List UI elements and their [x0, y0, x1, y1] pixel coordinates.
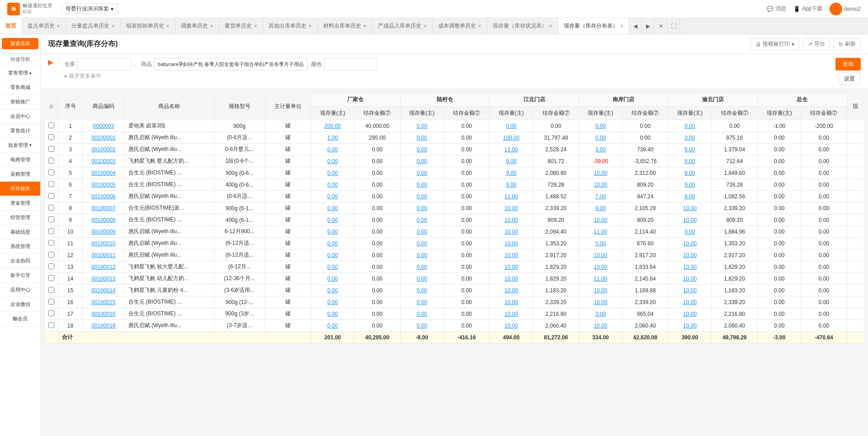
row-checkbox[interactable] — [45, 191, 58, 202]
tab-material-outbound[interactable]: 材料出库单历史 ✕ — [318, 18, 373, 34]
row-checkbox[interactable] — [45, 249, 58, 261]
tab-transfer-close[interactable]: ✕ — [210, 23, 213, 28]
sidebar-item-stock[interactable]: 库存核算 — [0, 182, 40, 196]
code-link[interactable]: 00100015 — [91, 299, 115, 305]
expand-more-conditions-btn[interactable]: ▾ 展开更多条件 — [64, 72, 828, 80]
sidebar-item-onboarding[interactable]: 新手引导 — [0, 268, 40, 283]
code-link[interactable]: 00100010 — [91, 240, 115, 247]
query-btn[interactable]: 查询 — [835, 58, 861, 70]
tab-home[interactable]: 首页 — [0, 18, 22, 34]
tab-partial-check-close[interactable]: ✕ — [111, 23, 115, 28]
tab-product-inbound[interactable]: 产成品入库单历史 ✕ — [373, 18, 433, 34]
code-link[interactable]: 00100008 — [91, 217, 115, 223]
row-checkbox[interactable] — [45, 238, 58, 249]
code-link[interactable]: 00100014 — [91, 287, 115, 294]
row-checkbox[interactable] — [45, 155, 58, 167]
app-download-btn[interactable]: 📱 App下载 — [793, 5, 822, 13]
setting-btn[interactable]: 设置 — [838, 72, 861, 85]
sidebar-item-member-center[interactable]: 会员中心 — [0, 109, 40, 124]
row-checkbox[interactable] — [45, 285, 58, 296]
code-link[interactable]: 00100002 — [91, 146, 115, 153]
sidebar-item-marketing[interactable]: 营销推广 — [0, 95, 40, 109]
brand-logo: 畅 畅捷通好生意 标题 — [7, 3, 52, 15]
color-input[interactable] — [324, 58, 378, 70]
row-checkbox[interactable] — [45, 226, 58, 238]
tab-assembly-close[interactable]: ✕ — [166, 23, 170, 28]
sidebar-item-member-plus[interactable]: 畅会员 — [0, 312, 40, 326]
row-checkbox[interactable] — [45, 214, 58, 226]
code-link[interactable]: 00100006 — [91, 193, 115, 200]
industry-selector[interactable]: 母婴行业演示陈套 ▾ — [61, 4, 118, 14]
sidebar-item-basic-info[interactable]: 基础信息 — [0, 225, 40, 239]
tab-close-all-btn[interactable]: ✕ — [655, 18, 667, 34]
tab-assembly[interactable]: 组装拆卸单历史 ✕ — [121, 18, 175, 34]
code-link[interactable]: 00100009 — [91, 229, 115, 235]
code-link[interactable]: 00100016 — [91, 311, 115, 317]
tab-next-btn[interactable]: ▶ — [642, 18, 655, 34]
filter-expand-arrow[interactable]: ▶ — [48, 58, 53, 66]
row-checkbox[interactable] — [45, 296, 58, 308]
tab-partial-check[interactable]: 分量盘点单历史 ✕ — [66, 18, 121, 34]
code-link[interactable]: 00100003 — [91, 158, 115, 164]
sidebar-item-wholesale-mgmt[interactable]: 批发管理 ▼ — [0, 138, 40, 153]
refresh-btn[interactable]: ↻ 刷新 — [834, 38, 861, 50]
tab-other-outbound[interactable]: 其他出库单历史 ✕ — [263, 18, 318, 34]
row-checkbox[interactable] — [45, 144, 58, 155]
tab-other-outbound-close[interactable]: ✕ — [308, 23, 312, 28]
row-checkbox[interactable] — [45, 167, 58, 179]
sidebar-item-finance[interactable]: 资金管理 — [0, 196, 40, 211]
sidebar-item-app-center[interactable]: 应用中心 — [0, 283, 40, 297]
sidebar-item-enterprise-collab[interactable]: 企业协同 — [0, 254, 40, 268]
tab-demand-close[interactable]: ✕ — [254, 23, 257, 28]
tab-prev-btn[interactable]: ◀ — [629, 18, 642, 34]
code-link[interactable]: 00100001 — [91, 135, 115, 141]
tab-stock-status[interactable]: 现存量（库存状况表） ✕ — [487, 18, 558, 34]
row-checkbox[interactable] — [45, 308, 58, 320]
sidebar-item-retail-mall[interactable]: 零售商城 — [0, 80, 40, 95]
tab-transfer[interactable]: 调拨单历史 ✕ — [175, 18, 219, 34]
tab-cost-adjust-close[interactable]: ✕ — [478, 23, 481, 28]
row-checkbox[interactable] — [45, 273, 58, 285]
code-link[interactable]: 00100013 — [91, 276, 115, 282]
sidebar-item-ecommerce[interactable]: 电商管理 — [0, 153, 40, 167]
tab-expand-btn[interactable]: ⛶ — [667, 18, 680, 34]
code-link[interactable]: 0000003 — [93, 123, 114, 129]
row-checkbox[interactable] — [45, 132, 58, 144]
sidebar-item-wechat-work[interactable]: 企业微信 — [0, 297, 40, 312]
sidebar-item-procurement[interactable]: 采购管理 — [0, 167, 40, 182]
code-link[interactable]: 00100005 — [91, 182, 115, 188]
code-link[interactable]: 00100018 — [91, 323, 115, 329]
code-link[interactable]: 00100011 — [91, 252, 115, 258]
tab-product-inbound-close[interactable]: ✕ — [423, 23, 427, 28]
print-btn[interactable]: 🖨 按模板打印 ▾ — [750, 38, 799, 50]
code-link[interactable]: 00100007 — [91, 205, 115, 211]
code-link[interactable]: 00100004 — [91, 170, 115, 176]
sidebar-item-system[interactable]: 系统管理 — [0, 239, 40, 254]
tab-inventory-check-close[interactable]: ✕ — [57, 23, 60, 28]
messages-btn[interactable]: 💬 消息 — [767, 5, 786, 13]
tab-cost-adjust[interactable]: 成本调整单历史 ✕ — [433, 18, 487, 34]
tab-inventory-check[interactable]: 盘点单历史 ✕ — [22, 18, 66, 34]
sidebar-item-retail-mgmt[interactable]: 零售管理 ▲ — [0, 66, 40, 80]
warehouse-input[interactable] — [77, 58, 131, 70]
row-checkbox[interactable] — [45, 261, 58, 273]
export-btn[interactable]: ↗ 导出 — [803, 38, 830, 50]
tab-stock-status-close[interactable]: ✕ — [549, 23, 552, 28]
tab-material-outbound-close[interactable]: ✕ — [363, 23, 367, 28]
sidebar-item-retail-stats[interactable]: 零售统计 — [0, 124, 40, 138]
col-settings-icon[interactable]: ⚙ — [49, 103, 54, 110]
code-link[interactable]: 00100012 — [91, 264, 115, 270]
row-checkbox[interactable] — [45, 202, 58, 214]
warehouse-more-btn[interactable]: ... — [133, 61, 137, 67]
row-checkbox[interactable] — [45, 120, 58, 132]
product-input[interactable] — [154, 58, 307, 70]
quick-nav-btn[interactable]: 快捷导航 — [0, 53, 40, 66]
user-menu[interactable]: demo2 — [830, 3, 861, 15]
row-checkbox[interactable] — [45, 320, 58, 332]
row-checkbox[interactable] — [45, 179, 58, 191]
tab-demand[interactable]: 要货单历史 ✕ — [219, 18, 263, 34]
tab-stock-dist-close[interactable]: ✕ — [620, 23, 623, 28]
sidebar-item-operations[interactable]: 经营管理 — [0, 211, 40, 225]
search-btn[interactable]: 搜索英单 — [2, 38, 38, 49]
tab-stock-dist[interactable]: 现存量（库存分布表） ✕ — [558, 18, 629, 34]
